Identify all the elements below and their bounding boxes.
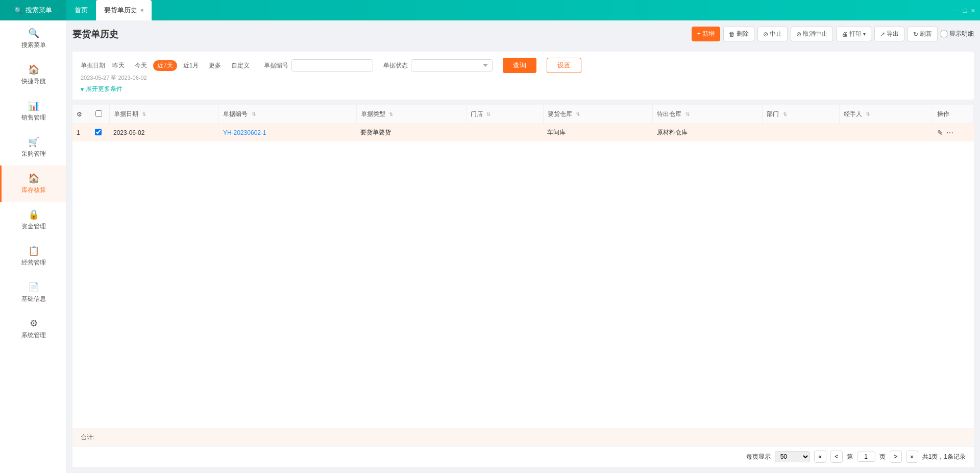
main-layout: 🔍 搜索菜单 🏠 快捷导航 📊 销售管理 🛒 采购管理 🏠 库存核算 🔒 资金管… bbox=[0, 20, 980, 473]
refresh-btn-label: 刷新 bbox=[920, 30, 932, 38]
row-actions: ✎ ⋯ bbox=[933, 124, 974, 141]
operations-icon: 📋 bbox=[28, 245, 39, 256]
row-order-no: YH-20230602-1 bbox=[219, 124, 356, 141]
col-dept-sort-icon: ⇅ bbox=[783, 111, 787, 117]
data-table: ⚙ 单据日期 ⇅ 单据编号 ⇅ bbox=[72, 105, 974, 141]
minimize-btn[interactable]: — bbox=[952, 7, 959, 14]
sidebar-item-system[interactable]: ⚙ 系统管理 bbox=[0, 311, 66, 347]
date-btn-custom[interactable]: 自定义 bbox=[227, 60, 254, 71]
sidebar-item-quick-nav-label: 快捷导航 bbox=[21, 77, 46, 86]
delete-button[interactable]: 🗑 删除 bbox=[723, 27, 754, 41]
edit-icon[interactable]: ✎ bbox=[937, 129, 943, 137]
setting-button[interactable]: 设置 bbox=[547, 58, 581, 73]
query-button[interactable]: 查询 bbox=[503, 58, 536, 73]
sidebar-item-base-info[interactable]: 📄 基础信息 bbox=[0, 274, 66, 311]
table-head: ⚙ 单据日期 ⇅ 单据编号 ⇅ bbox=[72, 105, 974, 124]
show-detail-input[interactable] bbox=[941, 31, 947, 37]
sidebar-item-finance-label: 资金管理 bbox=[21, 222, 46, 231]
total-label: 共1页，1条记录 bbox=[922, 453, 966, 461]
col-req-warehouse-sort-icon: ⇅ bbox=[576, 111, 580, 117]
more-icon[interactable]: ⋯ bbox=[946, 129, 953, 137]
export-btn-label: 导出 bbox=[887, 30, 899, 38]
table-container: ⚙ 单据日期 ⇅ 单据编号 ⇅ bbox=[72, 105, 974, 446]
sidebar-item-quick-nav[interactable]: 🏠 快捷导航 bbox=[0, 57, 66, 93]
status-label: 单据状态 bbox=[383, 61, 408, 70]
col-req-warehouse[interactable]: 要货仓库 ⇅ bbox=[543, 105, 653, 124]
col-store[interactable]: 门店 ⇅ bbox=[466, 105, 543, 124]
export-button[interactable]: ↗ 导出 bbox=[874, 27, 904, 41]
sidebar-item-inventory[interactable]: 🏠 库存核算 bbox=[0, 165, 66, 202]
sidebar-item-sales[interactable]: 📊 销售管理 bbox=[0, 93, 66, 129]
search-icon: 🔍 bbox=[14, 7, 22, 14]
stop-btn-label: 中止 bbox=[770, 30, 782, 38]
last-page-btn[interactable]: » bbox=[906, 451, 918, 463]
cancel-stop-icon: ⊘ bbox=[796, 31, 801, 38]
row-select-checkbox[interactable] bbox=[95, 129, 102, 135]
new-button[interactable]: + 新增 bbox=[692, 27, 720, 41]
date-btn-today[interactable]: 今天 bbox=[131, 60, 151, 71]
order-no-link[interactable]: YH-20230602-1 bbox=[223, 129, 266, 136]
table-spacer bbox=[72, 141, 974, 429]
sidebar-item-purchase[interactable]: 🛒 采购管理 bbox=[0, 129, 66, 165]
expand-more-btn[interactable]: ▾ 展开更多条件 bbox=[81, 85, 966, 93]
col-settings[interactable]: ⚙ bbox=[72, 105, 91, 124]
print-chevron-icon: ▾ bbox=[863, 31, 866, 37]
next-page-btn[interactable]: > bbox=[890, 451, 902, 463]
col-type[interactable]: 单据类型 ⇅ bbox=[356, 105, 466, 124]
cancel-stop-button[interactable]: ⊘ 取消中止 bbox=[791, 27, 833, 41]
first-page-btn[interactable]: « bbox=[814, 451, 826, 463]
select-all-checkbox[interactable] bbox=[95, 110, 102, 117]
date-btn-yesterday[interactable]: 昨天 bbox=[108, 60, 129, 71]
table-row[interactable]: 1 2023-06-02 YH-20230602-1 要货单要货 车间库 原材料… bbox=[72, 124, 974, 141]
date-btn-7days[interactable]: 近7天 bbox=[153, 60, 177, 71]
sidebar-item-search[interactable]: 🔍 搜索菜单 bbox=[0, 20, 66, 57]
finance-icon: 🔒 bbox=[28, 209, 39, 220]
page-prefix-label: 第 bbox=[847, 453, 853, 461]
page-suffix-label: 页 bbox=[879, 453, 886, 461]
per-page-label: 每页显示 bbox=[746, 453, 771, 461]
action-icons-group: ✎ ⋯ bbox=[937, 129, 970, 137]
expand-more-label: 展开更多条件 bbox=[86, 85, 122, 93]
prev-page-btn[interactable]: < bbox=[830, 451, 843, 463]
system-icon: ⚙ bbox=[30, 318, 38, 329]
col-no[interactable]: 单据编号 ⇅ bbox=[219, 105, 356, 124]
purchase-icon: 🛒 bbox=[28, 136, 39, 148]
date-btn-more[interactable]: 更多 bbox=[205, 60, 225, 71]
close-btn[interactable]: × bbox=[971, 7, 975, 14]
sales-icon: 📊 bbox=[28, 100, 39, 111]
col-date[interactable]: 单据日期 ⇅ bbox=[109, 105, 219, 124]
date-filter-label: 单据日期 bbox=[81, 61, 105, 70]
refresh-button[interactable]: ↻ 刷新 bbox=[908, 27, 938, 41]
status-select[interactable] bbox=[411, 59, 493, 72]
tab-close-btn[interactable]: × bbox=[140, 7, 143, 13]
per-page-select[interactable]: 50 100 bbox=[775, 451, 810, 462]
col-store-sort-icon: ⇅ bbox=[486, 111, 491, 117]
date-btn-1month[interactable]: 近1月 bbox=[179, 60, 203, 71]
col-checkbox[interactable] bbox=[91, 105, 109, 124]
stop-button[interactable]: ⊘ 中止 bbox=[757, 27, 788, 41]
col-department[interactable]: 部门 ⇅ bbox=[763, 105, 840, 124]
search-menu-btn[interactable]: 🔍 搜索菜单 bbox=[0, 0, 66, 20]
page-number-input[interactable] bbox=[857, 452, 875, 462]
top-nav-bar: 🔍 搜索菜单 首页 要货单历史 × — □ × bbox=[0, 0, 980, 20]
col-pending-warehouse[interactable]: 待出仓库 ⇅ bbox=[653, 105, 763, 124]
show-detail-checkbox[interactable]: 显示明细 bbox=[941, 30, 974, 38]
order-no-filter: 单据编号 bbox=[264, 59, 373, 72]
toolbar: + 新增 🗑 删除 ⊘ 中止 ⊘ 取消中止 🖨 打印 ▾ bbox=[692, 27, 974, 41]
maximize-btn[interactable]: □ bbox=[963, 7, 967, 14]
tab-home[interactable]: 首页 bbox=[66, 0, 96, 20]
print-icon: 🖨 bbox=[842, 31, 848, 38]
new-btn-label: + 新增 bbox=[697, 30, 715, 38]
delete-icon: 🗑 bbox=[729, 31, 735, 38]
col-handler[interactable]: 经手人 ⇅ bbox=[840, 105, 933, 124]
sidebar: 🔍 搜索菜单 🏠 快捷导航 📊 销售管理 🛒 采购管理 🏠 库存核算 🔒 资金管… bbox=[0, 20, 66, 473]
row-type: 要货单要货 bbox=[356, 124, 466, 141]
sidebar-item-finance[interactable]: 🔒 资金管理 bbox=[0, 202, 66, 238]
search-menu-label: 搜索菜单 bbox=[26, 6, 52, 15]
sidebar-item-operations[interactable]: 📋 经营管理 bbox=[0, 238, 66, 274]
order-no-input[interactable] bbox=[291, 59, 373, 72]
tab-order-history[interactable]: 要货单历史 × bbox=[96, 0, 152, 20]
row-checkbox[interactable] bbox=[91, 124, 109, 141]
print-button[interactable]: 🖨 打印 ▾ bbox=[836, 27, 871, 41]
filter-area: 单据日期 昨天 今天 近7天 近1月 更多 自定义 单据编号 bbox=[72, 52, 974, 100]
